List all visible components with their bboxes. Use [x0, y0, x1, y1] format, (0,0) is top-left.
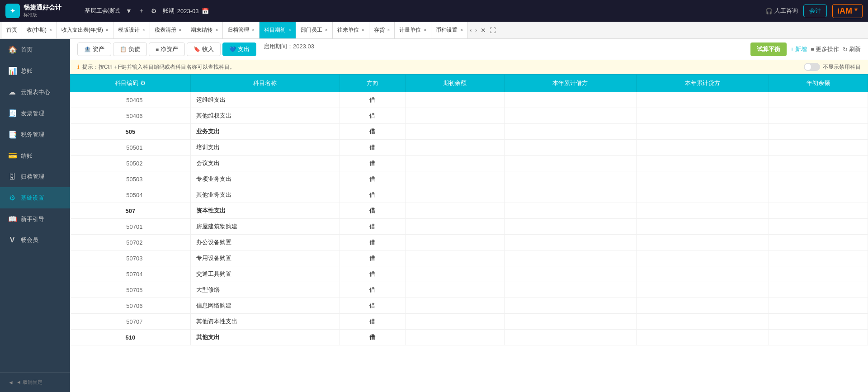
tab-customers[interactable]: 往来单位 ×: [333, 22, 369, 38]
sidebar-item-home[interactable]: 🏠 首页: [0, 39, 70, 60]
table-row[interactable]: 50706信息网络购建借: [71, 298, 868, 314]
collapse-icon: ◄: [8, 379, 14, 386]
cell-opening-balance: [405, 314, 504, 330]
close-currency[interactable]: ×: [460, 28, 463, 33]
calendar-icon[interactable]: 📅: [202, 8, 209, 14]
customer-service-btn[interactable]: 🎧 人工咨询: [765, 7, 798, 15]
tab-template[interactable]: 模版设计 ×: [113, 22, 150, 38]
tab-annual-report[interactable]: 收入支出表(年报) ×: [57, 22, 113, 38]
table-row[interactable]: 50504其他业务支出借: [71, 187, 868, 203]
table-row[interactable]: 50501培训支出借: [71, 140, 868, 156]
close-mid-period[interactable]: ×: [49, 28, 52, 33]
cell-direction: 借: [340, 219, 405, 235]
iam-badge[interactable]: iAM *: [832, 4, 863, 18]
tab-home[interactable]: 首页: [2, 22, 22, 38]
tab-currency[interactable]: 币种设置 ×: [431, 22, 468, 38]
table-row[interactable]: 50405运维维支出借: [71, 92, 868, 108]
tab-archive[interactable]: 归档管理 ×: [223, 22, 259, 38]
col-settings-icon[interactable]: ⚙: [140, 79, 146, 86]
sidebar-item-closing[interactable]: 💳 结账: [0, 145, 70, 166]
tab-mid-period[interactable]: 收(中期) ×: [22, 22, 57, 38]
cell-ytd-debit: [504, 124, 637, 140]
close-customers[interactable]: ×: [362, 28, 364, 33]
sub-tab-net-assets[interactable]: ≡ 净资产: [149, 43, 185, 56]
sidebar-item-guide[interactable]: 📖 新手引导: [0, 208, 70, 230]
refresh-btn[interactable]: ↻ 刷新: [843, 45, 861, 53]
table-row[interactable]: 50503专项业务支出借: [71, 171, 868, 187]
sidebar-item-archive[interactable]: 🗄 归档管理: [0, 166, 70, 187]
close-annual-report[interactable]: ×: [106, 28, 108, 33]
tab-subject-initial[interactable]: 科目期初 ×: [259, 22, 296, 38]
cell-opening-balance: [405, 282, 504, 298]
table-row[interactable]: 505业务支出借: [71, 124, 868, 140]
main-content: 🏦 资产 📋 负债 ≡ 净资产 🔖 收入 💙 支出: [70, 39, 868, 392]
sidebar-item-member[interactable]: V 畅会员: [0, 230, 70, 250]
asset-icon: 🏦: [84, 46, 91, 52]
table-row[interactable]: 50703专用设备购置借: [71, 250, 868, 266]
tab-prev-btn[interactable]: ‹: [468, 27, 473, 33]
table-row[interactable]: 507资本性支出借: [71, 203, 868, 219]
table-row[interactable]: 50502会议支出借: [71, 156, 868, 171]
tab-tax-book[interactable]: 税表清册 ×: [150, 22, 187, 38]
sidebar-item-basic-settings[interactable]: ⚙ 基础设置: [0, 187, 70, 208]
tab-next-btn[interactable]: ›: [473, 27, 479, 33]
add-subject-btn[interactable]: + 新增: [790, 45, 807, 53]
table-row[interactable]: 50705大型修缮借: [71, 282, 868, 298]
tab-period-end[interactable]: 期末结转 ×: [186, 22, 223, 38]
cell-name: 专项业务支出: [191, 171, 340, 187]
subject-table: 科目编码 ⚙ 科目名称 方向 期初余额 本年累计借方 本年累计贷方 年初余额 5…: [70, 74, 868, 345]
tab-close-all-btn[interactable]: ✕: [479, 27, 488, 34]
tab-inventory[interactable]: 存货 ×: [369, 22, 395, 38]
close-archive[interactable]: ×: [252, 28, 255, 33]
cell-name: 会议支出: [191, 156, 340, 171]
cell-year-opening: [769, 203, 868, 219]
close-dept-staff[interactable]: ×: [325, 28, 328, 33]
sidebar-item-tax[interactable]: 📑 税务管理: [0, 124, 70, 145]
table-row[interactable]: 50701房屋建筑物购建借: [71, 219, 868, 235]
col-name: 科目名称: [191, 75, 340, 92]
home-tab-label: 首页: [6, 26, 17, 34]
cell-direction: 借: [340, 330, 405, 345]
ledger-icon: 📊: [8, 66, 16, 75]
sub-tab-expenditure[interactable]: 💙 支出: [222, 43, 256, 56]
logo-icon: ✦: [5, 4, 20, 18]
cell-name: 交通工具购置: [191, 266, 340, 282]
more-actions-btn[interactable]: ≡ 更多操作: [811, 45, 839, 53]
close-tax-book[interactable]: ×: [179, 28, 182, 33]
table-row[interactable]: 50707其他资本性支出借: [71, 314, 868, 330]
cell-ytd-debit: [504, 187, 637, 203]
close-units[interactable]: ×: [424, 28, 426, 33]
tab-expand-btn[interactable]: ⛶: [488, 27, 498, 34]
close-inventory[interactable]: ×: [387, 28, 390, 33]
close-template[interactable]: ×: [142, 28, 145, 33]
table-row[interactable]: 50702办公设备购置借: [71, 235, 868, 250]
sidebar-item-cloud-reports[interactable]: ☁ 云报表中心: [0, 81, 70, 103]
account-type-btn[interactable]: 会计: [803, 5, 827, 17]
top-header: ✦ 畅捷通好会计 标准版 基层工会测试 ▼ ＋ ⚙ 账期 2023-03 📅 🎧…: [0, 0, 868, 22]
col-ytd-debit: 本年累计借方: [504, 75, 637, 92]
tab-units[interactable]: 计量单位 ×: [395, 22, 431, 38]
sub-tab-asset[interactable]: 🏦 资产: [77, 43, 111, 56]
table-row[interactable]: 510其他支出借: [71, 330, 868, 345]
collapse-label: ◄ 取消固定: [16, 379, 42, 386]
cell-code: 50503: [71, 171, 191, 187]
add-tab-btn[interactable]: ＋: [136, 6, 147, 16]
cell-direction: 借: [340, 92, 405, 108]
disabled-subject-toggle[interactable]: [804, 63, 820, 71]
sub-tab-income[interactable]: 🔖 收入: [187, 43, 221, 56]
settings-btn[interactable]: ⚙: [149, 6, 159, 15]
sub-tab-liability[interactable]: 📋 负债: [113, 43, 147, 56]
company-dropdown-btn[interactable]: ▼: [123, 6, 134, 15]
closing-icon: 💳: [8, 151, 16, 160]
table-row[interactable]: 50704交通工具购置借: [71, 266, 868, 282]
app-name: 畅捷通好会计: [24, 4, 61, 12]
table-row[interactable]: 50406其他维权支出借: [71, 108, 868, 124]
close-subject-initial[interactable]: ×: [288, 28, 291, 33]
close-period-end[interactable]: ×: [215, 28, 218, 33]
refresh-icon: ↻: [843, 46, 848, 53]
sidebar-item-ledger[interactable]: 📊 总账: [0, 60, 70, 81]
tab-dept-staff[interactable]: 部门员工 ×: [296, 22, 333, 38]
calculate-balance-btn[interactable]: 试算平衡: [750, 43, 787, 56]
sidebar-collapse-btn[interactable]: ◄ ◄ 取消固定: [0, 372, 70, 392]
sidebar-item-invoice[interactable]: 🧾 发票管理: [0, 103, 70, 124]
